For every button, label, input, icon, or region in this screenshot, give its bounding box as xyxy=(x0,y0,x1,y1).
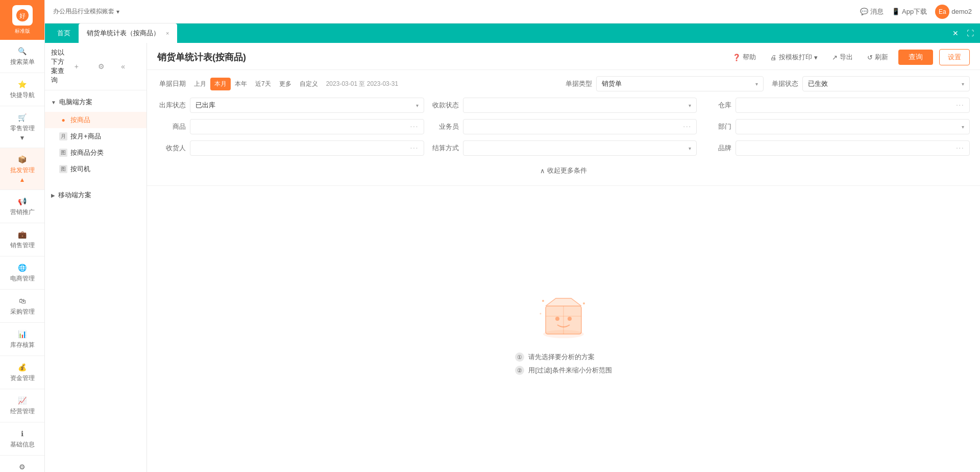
tab-close-window-btn[interactable]: ✕ xyxy=(950,27,961,39)
add-scheme-btn[interactable]: + xyxy=(75,62,94,70)
outstatus-input[interactable]: 已出库 ▾ xyxy=(190,98,424,113)
export-btn[interactable]: ↗ 导出 xyxy=(828,51,857,64)
tab-close-btn[interactable]: × xyxy=(166,30,169,36)
filter-settlement-field: 结算方式 ▾ xyxy=(430,140,697,156)
settings-btn[interactable]: 设置 xyxy=(939,49,970,65)
company-dropdown-arrow: ▾ xyxy=(116,8,119,15)
sidebar-wholesale-label: 批发管理 xyxy=(10,166,35,175)
warehouse-label: 仓库 xyxy=(703,101,731,110)
refresh-btn[interactable]: ↺ 刷新 xyxy=(863,51,892,64)
sidebar-item-ecommerce[interactable]: 🌐 电商管理 xyxy=(0,256,44,290)
collapse-up-icon: ∧ xyxy=(540,167,545,175)
empty-tips: ① 请先选择要分析的方案 ② 用[过滤]条件来缩小分析范围 xyxy=(515,352,611,375)
scheme-by-product[interactable]: ● 按商品 xyxy=(45,112,146,128)
logo-area: 好 标准版 xyxy=(0,0,44,40)
tab-active[interactable]: 销货单统计表（按商品） × xyxy=(79,23,177,43)
tip-1-text: 请先选择要分析的方案 xyxy=(528,352,595,362)
message-btn[interactable]: 💬 消息 xyxy=(860,7,884,16)
docstatus-input[interactable]: 已生效 ▾ xyxy=(802,76,970,91)
sidebar-item-sales[interactable]: 💼 销售管理 xyxy=(0,223,44,256)
tab-bar-actions: ✕ ⛶ xyxy=(950,27,976,39)
tab-bar: 首页 销货单统计表（按商品） × ✕ ⛶ xyxy=(45,23,980,43)
app-download-btn[interactable]: 📱 App下载 xyxy=(892,7,927,16)
top-bar-left: 办公用品行业模拟账套 ▾ xyxy=(53,7,119,16)
collectstatus-input[interactable]: ▾ xyxy=(463,98,697,113)
collapse-panel-btn[interactable]: « xyxy=(121,62,140,70)
pc-group-label: 电脑端方案 xyxy=(59,98,92,107)
main-area: 办公用品行业模拟账套 ▾ 💬 消息 📱 App下载 Ea demo2 首页 xyxy=(45,0,980,472)
settings-scheme-btn[interactable]: ⚙ xyxy=(98,62,117,70)
filter-collectstatus-field: 收款状态 ▾ xyxy=(430,98,697,113)
warehouse-input[interactable]: ··· xyxy=(736,98,970,113)
pc-scheme-group-header[interactable]: ▼ 电脑端方案 xyxy=(45,95,146,110)
date-range-text: 2023-03-01 至 2023-03-31 xyxy=(326,80,398,88)
tab-active-label: 销货单统计表（按商品） xyxy=(87,29,160,38)
sidebar-item-system[interactable]: ⚙ 系统管理 xyxy=(0,456,44,472)
dept-arrow: ▾ xyxy=(962,124,964,130)
top-bar: 办公用品行业模拟账套 ▾ 💬 消息 📱 App下载 Ea demo2 xyxy=(45,0,980,23)
scheme-by-cashier[interactable]: 图 按司机 xyxy=(45,161,146,177)
dept-input[interactable]: ▾ xyxy=(736,119,970,134)
sidebar-purchase-label: 采购管理 xyxy=(10,308,35,316)
mobile-group-arrow: ▶ xyxy=(51,193,55,198)
date-this-year-btn[interactable]: 本年 xyxy=(231,78,251,90)
ecommerce-icon: 🌐 xyxy=(17,263,28,273)
query-btn[interactable]: 查询 xyxy=(898,50,933,65)
date-custom-btn[interactable]: 自定义 xyxy=(296,78,322,90)
mobile-scheme-group-header[interactable]: ▶ 移动端方案 xyxy=(45,187,146,203)
user-area[interactable]: Ea demo2 xyxy=(935,5,972,19)
brand-label: 品牌 xyxy=(703,144,731,153)
sidebar-item-operations[interactable]: 📈 经营管理 xyxy=(0,389,44,422)
sidebar-item-wholesale[interactable]: 📦 批发管理 ▲ xyxy=(0,148,44,190)
avatar: Ea xyxy=(935,5,949,19)
sidebar-inventory-label: 库存核算 xyxy=(10,341,35,349)
message-icon: 💬 xyxy=(860,8,868,15)
sidebar-item-search[interactable]: 🔍 搜索菜单 xyxy=(0,40,44,73)
date-last7-btn[interactable]: 近7天 xyxy=(251,78,275,90)
sidebar-item-inventory[interactable]: 📊 库存核算 xyxy=(0,323,44,356)
sidebar: 好 标准版 🔍 搜索菜单 ⭐ 快捷导航 🛒 零售管理 ▼ 📦 批发管理 ▲ 📢 … xyxy=(0,0,45,472)
receiver-input[interactable]: ··· xyxy=(190,140,424,156)
help-btn[interactable]: ❓ 帮助 xyxy=(728,51,760,64)
inventory-icon: 📊 xyxy=(17,329,28,339)
print-icon: 🖨 xyxy=(770,54,777,61)
product-input[interactable]: ··· xyxy=(190,119,424,134)
sidebar-item-marketing[interactable]: 📢 营销推广 xyxy=(0,190,44,223)
salesman-input[interactable]: ··· xyxy=(463,119,697,134)
collapse-label: 收起更多条件 xyxy=(547,166,587,175)
sidebar-item-basic[interactable]: ℹ 基础信息 xyxy=(0,422,44,456)
scheme-by-category[interactable]: 图 按商品分类 xyxy=(45,145,146,161)
print-btn[interactable]: 🖨 按模板打印 ▾ xyxy=(766,51,822,64)
scheme-cashier-label: 按司机 xyxy=(70,164,90,174)
date-more-btn[interactable]: 更多 xyxy=(275,78,296,90)
settlement-input[interactable]: ▾ xyxy=(463,140,697,156)
sidebar-item-purchase[interactable]: 🛍 采购管理 xyxy=(0,290,44,323)
content-area: 按以下方案查询 + ⚙ « ▼ 电脑端方案 ● 按商品 月 按月+商 xyxy=(45,43,980,472)
sidebar-item-quick-nav[interactable]: ⭐ 快捷导航 xyxy=(0,73,44,106)
sidebar-item-retail[interactable]: 🛒 零售管理 ▼ xyxy=(0,106,44,148)
brand-input[interactable]: ··· xyxy=(736,140,970,156)
docstatus-value: 已生效 xyxy=(808,79,828,88)
sidebar-basic-label: 基础信息 xyxy=(10,440,35,449)
settlement-arrow: ▾ xyxy=(689,146,691,151)
filter-receiver-field: 收货人 ··· xyxy=(157,140,424,156)
empty-tip-2: ② 用[过滤]条件来缩小分析范围 xyxy=(515,366,611,375)
scheme-by-month-product[interactable]: 月 按月+商品 xyxy=(45,128,146,145)
sidebar-search-label: 搜索菜单 xyxy=(10,58,35,66)
tab-maximize-btn[interactable]: ⛶ xyxy=(965,27,976,39)
company-selector[interactable]: 办公用品行业模拟账套 ▾ xyxy=(53,7,119,16)
doctype-input[interactable]: 销货单 ▾ xyxy=(596,76,764,91)
collapse-more-btn[interactable]: ∧ 收起更多条件 xyxy=(157,162,970,179)
filter-product-field: 商品 ··· xyxy=(157,119,424,134)
warehouse-dots: ··· xyxy=(956,101,964,110)
message-label: 消息 xyxy=(870,7,884,16)
filter-row-3: 商品 ··· 业务员 ··· 部门 xyxy=(157,119,970,134)
sidebar-operations-label: 经营管理 xyxy=(10,407,35,416)
print-arrow: ▾ xyxy=(814,54,818,61)
date-last-month-btn[interactable]: 上月 xyxy=(190,78,210,90)
sidebar-item-finance[interactable]: 💰 资金管理 xyxy=(0,356,44,389)
tab-home[interactable]: 首页 xyxy=(49,23,79,43)
date-label: 单据日期 xyxy=(157,79,186,88)
date-this-month-btn[interactable]: 本月 xyxy=(210,78,231,90)
brand-dots: ··· xyxy=(956,144,964,153)
